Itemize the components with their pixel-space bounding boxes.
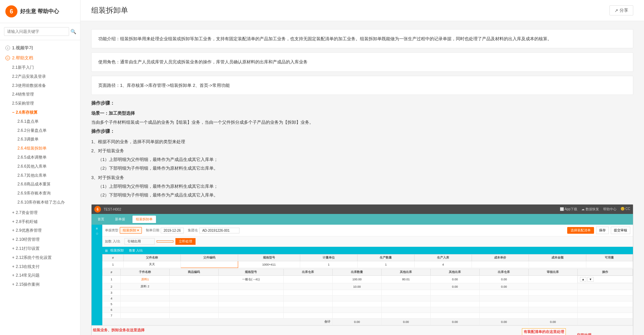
sidebar-item-coupon[interactable]: + 2.9优惠券管理 (12, 226, 80, 235)
share-label: 分享 (620, 7, 628, 13)
main-content: 功能介绍：组装拆卸单用来处理企业组装或拆卸等加工业务，支持有固定装配清单的产品加… (80, 21, 644, 335)
fake-table1: # 父件名称 父件编码 规格型号 计量单位 生产数量 生产入库 成本单价 (102, 254, 633, 268)
th-avail: 可用量 (586, 255, 633, 261)
cell-out-qty: 100.00 (332, 276, 381, 283)
fake-qty-label: 如数 入/出 (105, 239, 120, 244)
coupon-expand-icon: + (12, 228, 14, 233)
sidebar-item-newbie[interactable]: 2.1新手入门 (12, 63, 80, 72)
fake-qty-value[interactable]: 引销出用 (124, 238, 155, 245)
fake-form-row1: 单据类型 组装拆卸 ▾ 制单日期 2019-12-26 集团仓 AD-20191… (102, 225, 633, 236)
sidebar-item-other-in[interactable]: 2.6.6其他入库单 (17, 162, 80, 171)
sidebar-item-print[interactable]: + 2.11打印设置 (12, 244, 80, 253)
fake-type-value[interactable]: 组装拆卸 ▾ (120, 227, 142, 234)
sidebar-item-stocktake2[interactable]: 2.6.2分量盘点单 (17, 126, 80, 135)
footer-val1: 0.00 (332, 319, 381, 325)
fake-topbar-actions: ⬜ App下载 ☁ 数据恢复 帮助中心 😊 CC (560, 207, 630, 212)
sidebar-item-install[interactable]: 2.2产品安装及登录 (12, 72, 80, 81)
sidebar-item-cost-recalc[interactable]: 2.6.8商品成本重算 (17, 180, 80, 189)
sidebar-item-inventory[interactable]: − 2.6库存核算 (12, 108, 80, 117)
fake-btn-apply[interactable]: 立即处理 (175, 238, 196, 245)
cell-num: 1 (103, 276, 121, 283)
search-button[interactable]: 🔍 (70, 29, 76, 34)
ops-expand-icon: + (12, 237, 14, 242)
fake-date-label: 制单日期 (146, 228, 159, 233)
logo-icon: 6 (5, 5, 17, 17)
sidebar-item-cost-adj[interactable]: 2.6.5成本调整单 (17, 153, 80, 162)
th2-ops: 操作 (577, 269, 633, 276)
fake-btn-select-bom[interactable]: 选择装配清单 (567, 227, 594, 234)
sidebar-item-inv-err[interactable]: 2.6.10库存账本错了怎么办 (17, 198, 80, 207)
fake-action-2: ☁ 数据恢复 (581, 207, 599, 212)
fake-btn-save[interactable]: 保存 (596, 227, 609, 234)
cell-wh2: 0.00 (479, 276, 528, 283)
th-prod-in: 生产入库 (415, 255, 472, 261)
table-row: 7 (103, 313, 633, 319)
cell-ops-btn2[interactable]: ▼ (587, 277, 594, 282)
share-button[interactable]: ↗ 分享 (609, 5, 633, 15)
sidebar-item-payment[interactable]: + 2.13在线支付 (12, 262, 80, 271)
footer-val3: 0.00 (430, 319, 479, 325)
personalize-expand-icon: + (12, 255, 14, 261)
fake-table2-foot: 合计 0.00 0.00 0.00 0.00 0.00 (103, 319, 633, 325)
mobile-expand-icon: + (12, 219, 14, 225)
sidebar-item-video[interactable]: + 1.视频学习 (0, 43, 80, 53)
fake-btn-submit[interactable]: 提交审核 (611, 227, 630, 234)
table-row: 3 (103, 290, 633, 296)
cell-other2: 0.00 (430, 276, 479, 283)
sidebar-item-personalize[interactable]: + 2.12系统个性化设置 (12, 253, 80, 262)
annotation-layer: 有装配清单的在这里处理 组装业务、拆卸业务在这里选择 启用处理 无固定清单可在组… (92, 326, 633, 335)
fake-topbar-id: TEST-H002 (104, 208, 121, 211)
cell-wh (283, 283, 332, 290)
sidebar-item-mobile[interactable]: + 2.8手机旺铺 (12, 217, 80, 226)
cell-other2: 0.00 (430, 283, 479, 290)
sidebar-item-sales[interactable]: 2.4销售管理 (12, 90, 80, 99)
footer-sum-label: 合计 (103, 319, 333, 325)
sidebar-item-transfer[interactable]: 2.6.3调拨单 (17, 135, 80, 144)
cell-ops[interactable]: ▲ ▼ (578, 276, 633, 283)
th-cost-unit: 成本单价 (472, 255, 529, 261)
cases-expand-icon: + (12, 282, 14, 287)
fake-tab-assembly[interactable]: 组装拆卸单 (132, 216, 156, 223)
fake-tab-home[interactable]: 首页 (94, 216, 108, 223)
cell-code (181, 261, 238, 268)
fake-date-value[interactable]: 2019-12-26 (161, 228, 184, 233)
cell-ops[interactable] (577, 283, 633, 290)
search-input[interactable] (4, 27, 69, 36)
sidebar-item-stocktake[interactable]: 2.6.1盘点单 (17, 117, 80, 126)
search-area[interactable]: 🔍 (0, 23, 80, 40)
fake-type-field: 单据类型 组装拆卸 ▾ (105, 227, 142, 234)
sidebar-item-ops[interactable]: + 2.10经营管理 (12, 235, 80, 244)
sidebar-item-purchase[interactable]: 2.5采购管理 (12, 99, 80, 108)
sidebar-item-data-prep[interactable]: 2.3使用前数据准备 (12, 81, 80, 90)
sidebar-item-other-out[interactable]: 2.6.7其他出库单 (17, 171, 80, 180)
fake-nav: 首页 新单据 组装拆卸单 (92, 214, 633, 225)
cell-avail (586, 261, 633, 268)
th-num: # (103, 255, 124, 261)
step3: 3、对于拆装业务 (91, 174, 633, 181)
fake-table1-head: # 父件名称 父件编码 规格型号 计量单位 生产数量 生产入库 成本单价 (103, 255, 633, 261)
fake-tab-new[interactable]: 新单据 (112, 216, 128, 223)
th2-spec: 规格型号 (218, 269, 283, 276)
fake-qty-field: 引销出用 立即处理 (124, 238, 196, 245)
fake-table2-body: 1 原料1 一般仓(→41) 100.00 80.01 0.00 (103, 276, 633, 319)
sidebar-sub-docs: 2.1新手入门 2.2产品安装及登录 2.3使用前数据准备 2.4销售管理 2.… (0, 63, 80, 289)
intro-card-3: 页面路径：1、库存核算->库存管理->组装拆卸单 2、首页->常用功能 (91, 76, 633, 95)
sidebar-item-inv-book[interactable]: 2.6.9库存账本查询 (17, 189, 80, 198)
sidebar-sub-inventory: 2.6.1盘点单 2.6.2分量盘点单 2.6.3调拨单 2.6.4组装拆卸单 … (12, 117, 80, 207)
nav-list: + 1.视频学习 − 2.帮助文档 2.1新手入门 2.2产品安装及登录 2.3… (0, 40, 80, 292)
sidebar-item-cases[interactable]: + 2.15操作案例 (12, 280, 80, 289)
fake-topbar: 6 TEST-H002 ⬜ App下载 ☁ 数据恢复 帮助中心 😊 CC (92, 205, 633, 214)
fake-action-3: 帮助中心 (603, 207, 616, 212)
inventory-collapse-icon: − (12, 110, 14, 115)
intro-card-1: 功能介绍：组装拆卸单用来处理企业组装或拆卸等加工业务，支持有固定装配清单的产品加… (91, 29, 633, 48)
fake-doc-value[interactable]: AD-20191226-001 (199, 228, 239, 233)
footer-val4: 0.00 (479, 319, 528, 325)
sidebar-item-docs[interactable]: − 2.帮助文档 (0, 53, 80, 63)
cell-ops-btn1[interactable]: ▲ (580, 277, 586, 282)
ops-section: 操作步骤： 场景一：加工类型选择 当由多个子件材料组装成一个成品的业务为【组装】… (91, 100, 633, 335)
fake-qty-highlight[interactable] (157, 240, 173, 242)
sidebar-item-faq[interactable]: + 2.14常见问题 (12, 271, 80, 280)
sidebar-item-assembly[interactable]: 2.6.4组装拆卸单 (17, 144, 80, 153)
cell-unit: 1 (300, 261, 358, 268)
sidebar-item-capital[interactable]: + 2.7资金管理 (12, 208, 80, 217)
